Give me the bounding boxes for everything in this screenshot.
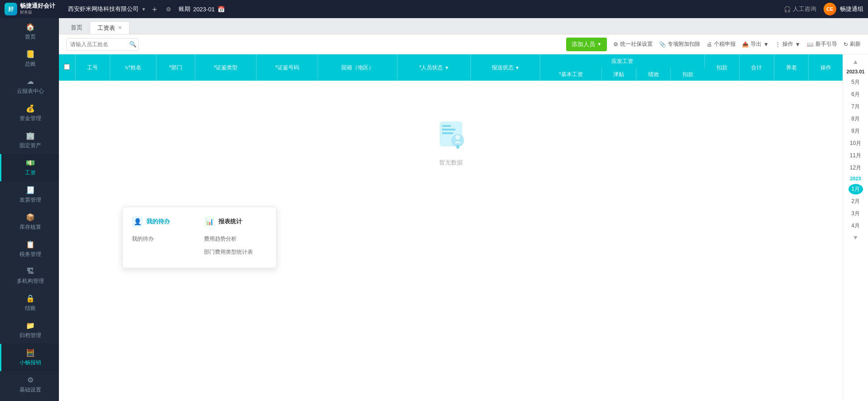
popup-item-label: 部门费用类型统计表: [204, 249, 253, 255]
tab-close-icon[interactable]: ✕: [118, 25, 122, 31]
svg-rect-6: [456, 145, 459, 149]
sidebar-item-fund[interactable]: 💰 资金管理: [0, 100, 59, 127]
month-item-10[interactable]: 10月: [843, 137, 868, 150]
popup-item-dept-stats[interactable]: 部门费用类型统计表: [204, 246, 267, 259]
year-2023-label: 2023: [849, 174, 862, 183]
sidebar-item-tax[interactable]: 📋 税务管理: [0, 236, 59, 263]
sidebar-item-ledger[interactable]: 📒 总账: [0, 45, 59, 72]
month-item-8[interactable]: 8月: [843, 113, 868, 125]
action-guide[interactable]: 📖 新手引导: [807, 40, 837, 48]
action-operations[interactable]: ⋮ 操作 ▼: [775, 40, 800, 48]
tab-bar: 首页 工资表 ✕: [59, 18, 868, 34]
sidebar-item-archive[interactable]: 📁 归档管理: [0, 317, 59, 344]
export-arrow-icon: ▼: [763, 41, 769, 48]
filter-icon-person: ▼: [445, 65, 449, 70]
sidebar-item-asset[interactable]: 🏢 固定资产: [0, 127, 59, 154]
sidebar-item-inventory[interactable]: 📦 库存核算: [0, 208, 59, 236]
month-item-3[interactable]: 3月: [843, 208, 868, 220]
th-dept: *部门: [156, 54, 195, 81]
popup-col-report: 📊 报表统计 费用趋势分析 部门费用类型统计表: [204, 216, 267, 259]
chevron-down-icon: ▼: [141, 7, 146, 12]
page-content: 🔍 添加人员 ▼ ⚙ 统一社保设置 📎 专项附加扣除: [59, 34, 868, 401]
search-input[interactable]: [70, 41, 129, 48]
popup-item-label: 费用趋势分析: [204, 236, 237, 242]
svg-point-5: [456, 135, 460, 140]
th-deduct: 扣款: [705, 54, 739, 81]
salary-icon: 💵: [26, 159, 35, 167]
sidebar-label-ledger: 总账: [25, 60, 36, 68]
action-label: 导出: [751, 40, 761, 48]
empty-text: 暂无数据: [439, 159, 463, 167]
sidebar-item-settings[interactable]: ⚙ 基础设置: [0, 371, 59, 398]
sidebar-label-settings: 基础设置: [19, 386, 41, 394]
add-button[interactable]: ＋: [150, 4, 159, 14]
sidebar-item-cloud[interactable]: ☁ 云报表中心: [0, 72, 59, 100]
sidebar-item-guide[interactable]: ▶ 新手引导: [0, 398, 59, 401]
action-refresh[interactable]: ↻ 刷新: [844, 40, 861, 48]
close-book-icon: 🔒: [26, 294, 35, 303]
company-selector[interactable]: 西安虾米网络科技有限公司 ▼: [63, 5, 150, 13]
month-nav-up[interactable]: ▲: [851, 56, 861, 67]
action-social-security[interactable]: ⚙ 统一社保设置: [613, 40, 653, 48]
popup-item-trend[interactable]: 费用趋势分析: [204, 232, 267, 246]
gear-icon: ⚙: [27, 376, 34, 384]
select-all-checkbox[interactable]: [64, 64, 70, 70]
month-item-2[interactable]: 2月: [843, 195, 868, 208]
add-person-label: 添加人员: [572, 40, 595, 48]
action-label: 统一社保设置: [620, 40, 653, 48]
table-header-row-1: 工号 ⇅*姓名 *部门 *证鉴类型 *证鉴号码 国籍（地区） *人员状态 ▼ 报…: [59, 54, 843, 68]
sidebar-item-invoice[interactable]: 🧾 发票管理: [0, 181, 59, 208]
popup-col-todo: 👤 我的待办 我的待办: [132, 216, 195, 259]
search-icon[interactable]: 🔍: [129, 41, 136, 48]
sidebar-label-invoice: 发票管理: [19, 196, 41, 204]
export-icon: 📤: [742, 41, 749, 48]
sidebar-item-salary[interactable]: 💵 工资: [0, 154, 59, 181]
user-area[interactable]: CE 畅捷通组: [824, 3, 863, 15]
th-wage-group: 应发工资: [540, 54, 705, 68]
calendar-icon[interactable]: 📅: [218, 6, 225, 13]
social-security-icon: ⚙: [613, 41, 618, 48]
popup-report-title[interactable]: 📊 报表统计: [204, 216, 267, 227]
sidebar-item-close[interactable]: 🔒 结账: [0, 290, 59, 317]
avatar: CE: [824, 3, 836, 15]
month-item-11[interactable]: 11月: [843, 150, 868, 162]
search-wrap[interactable]: 🔍: [66, 38, 139, 51]
app-title: 畅捷通好会计: [20, 3, 55, 9]
th-checkbox[interactable]: [59, 54, 75, 81]
header-right: 🎧 人工咨询 CE 畅捷通组: [784, 3, 863, 15]
month-item-12[interactable]: 12月: [843, 162, 868, 174]
period-value: 2023-01: [193, 6, 215, 13]
sidebar-item-home[interactable]: 🏠 首页: [0, 18, 59, 45]
sidebar-item-multi[interactable]: 🏗 多机构管理: [0, 263, 59, 290]
add-person-button[interactable]: 添加人员 ▼: [566, 38, 607, 51]
tab-salary-table[interactable]: 工资表 ✕: [90, 21, 130, 34]
month-item-7[interactable]: 7月: [843, 101, 868, 113]
sidebar-label-home: 首页: [25, 33, 36, 41]
action-export[interactable]: 📤 导出 ▼: [742, 40, 769, 48]
service-button[interactable]: 🎧 人工咨询: [784, 5, 816, 13]
salary-table: 工号 ⇅*姓名 *部门 *证鉴类型 *证鉴号码 国籍（地区） *人员状态 ▼ 报…: [59, 54, 843, 81]
multi-icon: 🏗: [27, 267, 34, 275]
month-item-4[interactable]: 4月: [843, 220, 868, 232]
tax-declare-icon: 🖨: [707, 41, 712, 48]
month-item-5[interactable]: 5月: [843, 76, 868, 88]
action-special-deduct[interactable]: 📎 专项附加扣除: [659, 40, 700, 48]
settings-icon[interactable]: ⚙: [166, 6, 171, 13]
popup-item-mytodo[interactable]: 我的待办: [132, 232, 195, 246]
month-item-1[interactable]: 1月: [849, 184, 863, 194]
th-person-status[interactable]: *人员状态 ▼: [397, 54, 471, 81]
tab-home[interactable]: 首页: [63, 21, 90, 34]
th-total: 合计: [739, 54, 774, 81]
month-item-6[interactable]: 6月: [843, 88, 868, 101]
month-item-9[interactable]: 9月: [843, 125, 868, 137]
popup-todo-title[interactable]: 👤 我的待办: [132, 216, 195, 227]
todo-title-label: 我的待办: [146, 217, 170, 226]
month-nav-down[interactable]: ▼: [851, 232, 861, 243]
action-tax-declare[interactable]: 🖨 个税申报: [707, 40, 736, 48]
sidebar-item-xiaochang[interactable]: 🧮 小畅报销: [0, 344, 59, 371]
th-report-status[interactable]: 报送状态 ▼: [471, 54, 540, 81]
th-name[interactable]: ⇅*姓名: [110, 54, 156, 81]
invoice-icon: 🧾: [26, 186, 35, 194]
th-base-wage: *基本工资: [540, 68, 601, 81]
th-nationality: 国籍（地区）: [318, 54, 397, 81]
